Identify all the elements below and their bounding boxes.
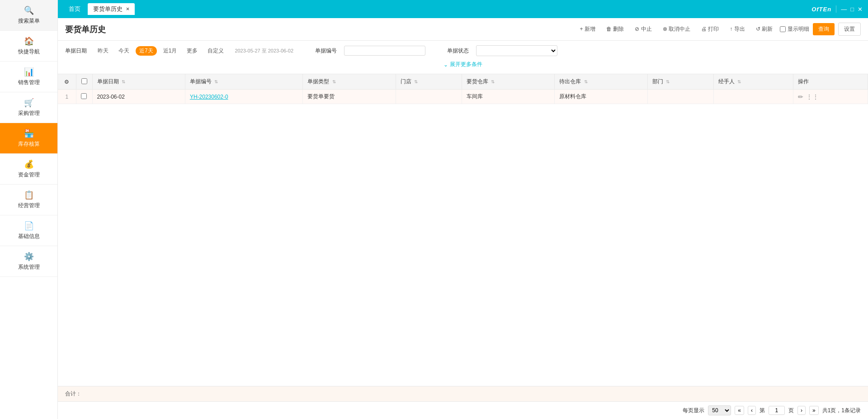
more-icon[interactable]: ⋮⋮	[806, 93, 819, 100]
sidebar: 🔍 搜索菜单🏠 快捷导航📊 销售管理🛒 采购管理🏪 库存核算💰 资金管理📋 经营…	[0, 0, 58, 419]
sidebar-item-label: 采购管理	[18, 110, 40, 117]
filter-row-1: 单据日期 昨天今天近7天近1月更多自定义 2023-05-27 至 2023-0…	[65, 45, 861, 56]
date-btn-近1月[interactable]: 近1月	[160, 46, 181, 56]
finance-icon: 💰	[24, 159, 34, 169]
first-page-btn[interactable]: «	[735, 406, 744, 415]
sidebar-item-sales[interactable]: 📊 销售管理	[0, 62, 57, 92]
row-bill-type: 要货单要货	[303, 90, 396, 104]
row-index: 1	[58, 90, 76, 104]
date-options: 昨天今天近7天近1月更多自定义	[94, 46, 227, 56]
date-btn-更多[interactable]: 更多	[183, 46, 201, 56]
new-button[interactable]: + 新增	[576, 24, 599, 35]
th-checkbox[interactable]	[76, 74, 92, 90]
sidebar-item-label: 库存核算	[18, 140, 40, 148]
per-page-label: 每页显示	[683, 407, 704, 414]
sidebar-item-search-menu[interactable]: 🔍 搜索菜单	[0, 0, 57, 31]
filter-area: 单据日期 昨天今天近7天近1月更多自定义 2023-05-27 至 2023-0…	[58, 41, 868, 74]
operations-icon: 📋	[24, 190, 34, 200]
toolbar-actions: + 新增 🗑 删除 ⊘ 中止 ⊗ 取消中止 🖨 打印 ↑ 导出 ↺ 刷新 显示明…	[576, 23, 861, 36]
th-bill-type[interactable]: 单据类型 ⇅	[303, 74, 396, 90]
th-pending-warehouse[interactable]: 待出仓库 ⇅	[555, 74, 647, 90]
row-checkbox[interactable]	[76, 90, 92, 104]
inventory-icon: 🏪	[24, 129, 34, 138]
th-handler[interactable]: 经手人 ⇅	[714, 74, 793, 90]
sidebar-item-label: 基础信息	[18, 233, 40, 240]
th-req-warehouse[interactable]: 要货仓库 ⇅	[462, 74, 555, 90]
date-range-display: 2023-05-27 至 2023-06-02	[235, 48, 293, 54]
row-bill-no[interactable]: YH-20230602-0	[185, 90, 303, 104]
page-suffix: 页	[788, 407, 794, 414]
settings-button[interactable]: 设置	[838, 23, 861, 36]
cancel-stop-button[interactable]: ⊗ 取消中止	[659, 24, 694, 35]
table-row: 1 2023-06-02 YH-20230602-0 要货单要货 车间库 原材料…	[58, 90, 868, 104]
row-date: 2023-06-02	[92, 90, 185, 104]
close-btn[interactable]: ✕	[858, 6, 863, 13]
window-controls: OfTEn — □ ✕	[811, 5, 863, 13]
sidebar-item-finance[interactable]: 💰 资金管理	[0, 154, 57, 185]
delete-button[interactable]: 🗑 删除	[603, 24, 627, 35]
print-button[interactable]: 🖨 打印	[698, 24, 722, 35]
next-page-btn[interactable]: ›	[797, 406, 806, 415]
date-btn-自定义[interactable]: 自定义	[204, 46, 227, 56]
bill-number-label: 单据编号	[315, 47, 337, 55]
basic-info-icon: 📄	[24, 221, 34, 231]
export-button[interactable]: ↑ 导出	[726, 24, 748, 35]
sidebar-item-label: 经营管理	[18, 202, 40, 210]
sidebar-item-basic-info[interactable]: 📄 基础信息	[0, 215, 57, 246]
maximize-btn[interactable]: □	[850, 6, 854, 13]
date-filter-label: 单据日期	[65, 47, 87, 55]
th-action: 操作	[793, 74, 868, 90]
th-department[interactable]: 部门 ⇅	[647, 74, 713, 90]
status-select[interactable]	[476, 45, 557, 56]
summary-label: 合计：	[65, 390, 81, 397]
select-all-checkbox[interactable]	[81, 78, 87, 84]
edit-icon[interactable]: ✏	[798, 93, 803, 100]
prev-page-btn[interactable]: ‹	[748, 406, 756, 415]
sidebar-item-quick-nav[interactable]: 🏠 快捷导航	[0, 31, 57, 62]
footer-summary: 合计：	[58, 386, 868, 401]
th-date[interactable]: 单据日期 ⇅	[92, 74, 185, 90]
row-actions: ✏ ⋮⋮	[793, 90, 868, 104]
show-detail-label: 显示明细	[788, 25, 809, 33]
system-icon: ⚙️	[24, 252, 34, 262]
row-handler	[714, 90, 793, 104]
close-tab-icon[interactable]: ×	[126, 5, 130, 12]
sidebar-item-operations[interactable]: 📋 经营管理	[0, 185, 57, 215]
show-detail-checkbox[interactable]	[780, 26, 786, 32]
date-btn-昨天[interactable]: 昨天	[94, 46, 112, 56]
per-page-select[interactable]: 50 20 100	[708, 405, 731, 415]
th-settings[interactable]: ⚙	[58, 74, 76, 90]
query-button[interactable]: 查询	[813, 23, 835, 35]
row-store	[396, 90, 462, 104]
page-title: 要货单历史	[65, 24, 106, 35]
th-bill-no[interactable]: 单据编号 ⇅	[185, 74, 303, 90]
page-input[interactable]	[769, 406, 785, 415]
sidebar-item-label: 销售管理	[18, 79, 40, 86]
minimize-btn[interactable]: —	[841, 6, 847, 13]
sidebar-item-inventory[interactable]: 🏪 库存核算	[0, 123, 57, 154]
page-label: 第	[760, 407, 765, 414]
sidebar-item-label: 快捷导航	[18, 48, 40, 56]
brand-text: OfTEn	[811, 6, 831, 13]
th-store[interactable]: 门店 ⇅	[396, 74, 462, 90]
date-btn-近7天[interactable]: 近7天	[136, 46, 157, 56]
expand-more-btn[interactable]: ⌄ 展开更多条件	[65, 60, 861, 69]
row-req-warehouse: 车间库	[462, 90, 555, 104]
date-btn-今天[interactable]: 今天	[115, 46, 133, 56]
status-label: 单据状态	[447, 47, 469, 55]
sidebar-item-purchase[interactable]: 🛒 采购管理	[0, 92, 57, 123]
quick-nav-icon: 🏠	[24, 36, 34, 46]
table-body: 1 2023-06-02 YH-20230602-0 要货单要货 车间库 原材料…	[58, 90, 868, 104]
refresh-button[interactable]: ↺ 刷新	[752, 24, 776, 35]
tab-requisition-history[interactable]: 要货单历史 ×	[88, 3, 135, 15]
show-detail-check[interactable]: 显示明细	[780, 25, 809, 33]
row-select-checkbox[interactable]	[81, 93, 87, 99]
purchase-icon: 🛒	[24, 98, 34, 108]
stop-button[interactable]: ⊘ 中止	[631, 24, 655, 35]
last-page-btn[interactable]: »	[809, 406, 819, 415]
sidebar-item-label: 系统管理	[18, 263, 40, 271]
bill-number-input[interactable]	[344, 46, 425, 56]
tab-home[interactable]: 首页	[63, 3, 86, 15]
pagination-bar: 每页显示 50 20 100 « ‹ 第 页 › » 共1页，1条记录	[58, 401, 868, 419]
sidebar-item-system[interactable]: ⚙️ 系统管理	[0, 246, 57, 277]
